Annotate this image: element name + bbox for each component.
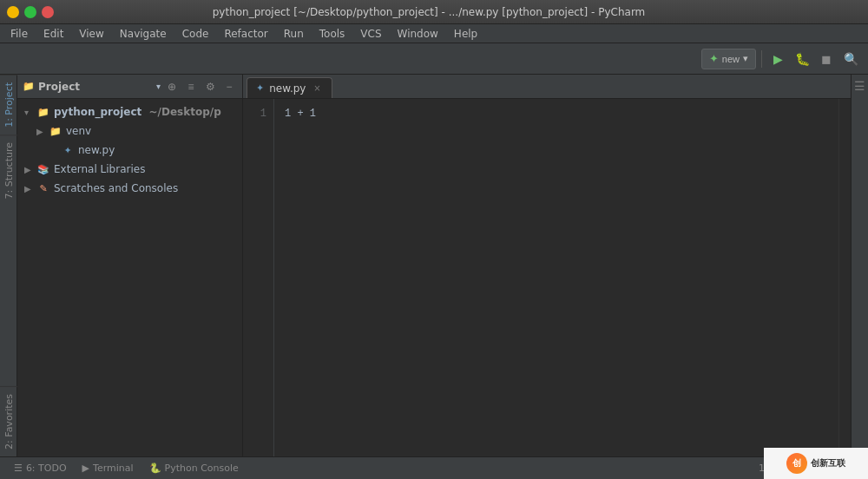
editor-content[interactable]: 1 1 + 1 bbox=[243, 99, 851, 456]
menu-run[interactable]: Run bbox=[277, 26, 311, 42]
menu-file[interactable]: File bbox=[3, 26, 35, 42]
maximize-button[interactable] bbox=[24, 6, 36, 18]
editor-right-gutter bbox=[838, 99, 851, 456]
editor-area: ✦ new.py × 1 1 + 1 bbox=[243, 75, 851, 456]
watermark-logo: 创 bbox=[786, 453, 807, 474]
run-button[interactable]: ▶ bbox=[767, 49, 788, 69]
tree-venv-item[interactable]: ▶ 📁 venv bbox=[17, 121, 242, 141]
project-tree: ▾ 📁 python_project ~/Desktop/p ▶ 📁 venv bbox=[17, 99, 242, 456]
project-panel: 📁 Project ▾ ⊕ ≡ ⚙ − ▾ 📁 python_project ~… bbox=[17, 75, 243, 456]
menu-navigate[interactable]: Navigate bbox=[113, 26, 174, 42]
title-bar: python_project [~/Desktop/python_project… bbox=[0, 0, 868, 24]
menu-help[interactable]: Help bbox=[447, 26, 484, 42]
code-area[interactable]: 1 + 1 bbox=[274, 99, 838, 456]
tab-close-button[interactable]: × bbox=[311, 82, 323, 95]
scratches-icon: ✎ bbox=[36, 181, 50, 195]
menu-bar: File Edit View Navigate Code Refactor Ru… bbox=[0, 24, 868, 43]
editor-tab-bar: ✦ new.py × bbox=[243, 75, 851, 99]
menu-window[interactable]: Window bbox=[391, 26, 445, 42]
left-side-tabs: 1: Project 7: Structure 2: Favorites bbox=[0, 75, 17, 456]
todo-tab[interactable]: ☰ 6: TODO bbox=[7, 459, 74, 478]
todo-icon: ☰ bbox=[14, 463, 23, 474]
python-console-tab[interactable]: 🐍 Python Console bbox=[142, 459, 246, 478]
terminal-tab[interactable]: ▶ Terminal bbox=[76, 459, 141, 478]
root-arrow-icon: ▾ bbox=[24, 108, 36, 117]
root-folder-icon: 📁 bbox=[36, 105, 50, 119]
menu-tools[interactable]: Tools bbox=[312, 26, 352, 42]
venv-folder-icon: 📁 bbox=[49, 124, 62, 138]
extlibs-arrow-icon: ▶ bbox=[24, 165, 36, 174]
line-numbers: 1 bbox=[243, 99, 274, 456]
project-title-arrow: ▾ bbox=[156, 82, 161, 91]
python-icon: 🐍 bbox=[149, 463, 161, 474]
stop-button[interactable]: ◼ bbox=[816, 49, 837, 69]
editor-tab-newpy[interactable]: ✦ new.py × bbox=[247, 77, 332, 98]
window-title: python_project [~/Desktop/python_project… bbox=[54, 6, 804, 18]
extlibs-icon: 📚 bbox=[36, 162, 50, 176]
toolbar: ✦ new ▾ ▶ 🐛 ◼ 🔍 bbox=[0, 43, 868, 75]
menu-edit[interactable]: Edit bbox=[36, 26, 70, 42]
menu-code[interactable]: Code bbox=[175, 26, 216, 42]
favorites-side-tab[interactable]: 2: Favorites bbox=[0, 386, 17, 456]
close-button[interactable] bbox=[42, 6, 54, 18]
project-panel-header: 📁 Project ▾ ⊕ ≡ ⚙ − bbox=[17, 75, 242, 99]
right-panel-icon[interactable]: ☰ bbox=[852, 78, 868, 94]
venv-arrow-icon: ▶ bbox=[36, 127, 49, 136]
tree-newpy-item[interactable]: ✦ new.py bbox=[17, 141, 242, 160]
newpy-file-icon: ✦ bbox=[61, 143, 75, 157]
debug-button[interactable]: 🐛 bbox=[792, 49, 812, 69]
scratches-arrow-icon: ▶ bbox=[24, 184, 36, 194]
window-controls bbox=[7, 6, 54, 18]
new-button[interactable]: ✦ new ▾ bbox=[701, 49, 756, 69]
tree-scratches-item[interactable]: ▶ ✎ Scratches and Consoles bbox=[17, 179, 242, 198]
watermark-text: 创新互联 bbox=[811, 457, 845, 469]
terminal-icon: ▶ bbox=[82, 463, 89, 474]
tab-py-icon: ✦ bbox=[256, 82, 264, 94]
project-expand-icon[interactable]: ≡ bbox=[183, 79, 199, 95]
tree-extlibs-item[interactable]: ▶ 📚 External Libraries bbox=[17, 160, 242, 179]
menu-refactor[interactable]: Refactor bbox=[217, 26, 274, 42]
main-area: 1: Project 7: Structure 2: Favorites 📁 P… bbox=[0, 75, 868, 456]
toolbar-separator bbox=[761, 50, 762, 68]
bottom-bar: ☰ 6: TODO ▶ Terminal 🐍 Python Console 1:… bbox=[0, 456, 868, 479]
search-button[interactable]: 🔍 bbox=[840, 49, 861, 69]
project-gear-icon[interactable]: ⚙ bbox=[202, 79, 218, 95]
right-side-tabs: ☰ bbox=[851, 75, 868, 456]
menu-view[interactable]: View bbox=[72, 26, 110, 42]
project-minimize-icon[interactable]: − bbox=[221, 79, 237, 95]
project-settings-icon[interactable]: ⊕ bbox=[164, 79, 180, 95]
project-side-tab[interactable]: 1: Project bbox=[0, 75, 17, 135]
menu-vcs[interactable]: VCS bbox=[353, 26, 388, 42]
root-name: python_project ~/Desktop/p bbox=[54, 106, 221, 118]
structure-side-tab[interactable]: 7: Structure bbox=[0, 135, 17, 206]
watermark: 创 创新互联 bbox=[764, 448, 868, 479]
minimize-button[interactable] bbox=[7, 6, 19, 18]
tree-root-item[interactable]: ▾ 📁 python_project ~/Desktop/p bbox=[17, 102, 242, 121]
project-folder-icon: 📁 bbox=[23, 81, 35, 92]
project-panel-title: Project bbox=[38, 81, 153, 93]
